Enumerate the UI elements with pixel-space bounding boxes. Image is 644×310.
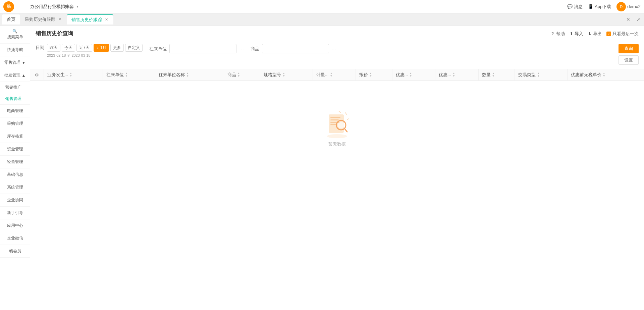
sidebar-item-purchase[interactable]: 采购管理	[0, 117, 30, 130]
sidebar-item-basic-info[interactable]: 基础信息	[0, 168, 30, 181]
col-trade-type[interactable]: 交易类型 ▲▼	[515, 69, 567, 81]
tab-sales-history-label: 销售历史价跟踪	[71, 17, 102, 23]
product-dots[interactable]: ...	[332, 46, 336, 52]
help-btn[interactable]: ？ 帮助	[550, 31, 565, 37]
sidebar-item-app-center[interactable]: 应用中心	[0, 219, 30, 232]
date-label: 日期	[36, 45, 44, 51]
col-counterparty-name[interactable]: 往来单位名称 ▲▼	[155, 69, 224, 81]
tab-home[interactable]: 首页	[2, 14, 20, 24]
tab-maximize-btn[interactable]: ⤢	[635, 16, 642, 23]
col-discount2[interactable]: 优惠... ▲▼	[435, 69, 479, 81]
col-discount1[interactable]: 优惠... ▲▼	[392, 69, 435, 81]
product-input[interactable]	[262, 44, 329, 53]
tab-purchase-history-close[interactable]: ✕	[57, 17, 62, 22]
sort-icon: ▲▼	[410, 72, 412, 78]
retail-arrow-icon: ▼	[22, 60, 26, 65]
avatar: D	[616, 2, 626, 11]
col-business-date[interactable]: 业务发生... ▲▼	[44, 69, 103, 81]
user-area[interactable]: D demo2	[616, 2, 641, 11]
sidebar-label-ops: 经营管理	[7, 159, 23, 165]
table-container: ⚙ 业务发生... ▲▼ 往来单位 ▲▼	[30, 69, 644, 310]
svg-line-9	[339, 111, 340, 113]
sidebar-label-quick-nav: 快捷导航	[7, 47, 23, 53]
import-label: 导入	[575, 31, 583, 37]
logo-area: 畅	[3, 1, 30, 12]
logo-icon: 畅	[3, 1, 14, 12]
col-unit[interactable]: 计量... ▲▼	[313, 69, 356, 81]
checkbox-icon: ✓	[606, 32, 611, 36]
sidebar-item-inventory[interactable]: 库存核算	[0, 130, 30, 143]
sidebar-label-purchase: 采购管理	[7, 121, 23, 126]
col-counterparty-code[interactable]: 往来单位 ▲▼	[103, 69, 155, 81]
sidebar-item-newbie[interactable]: 新手引导	[0, 207, 30, 219]
tab-close-all-btn[interactable]: ✕	[625, 16, 632, 23]
sidebar-item-vip-member[interactable]: 畅会员	[0, 245, 30, 258]
sidebar-item-ecommerce[interactable]: 电商管理	[0, 105, 30, 117]
tab-sales-history[interactable]: 销售历史价跟踪 ✕	[67, 14, 113, 24]
sidebar-label-enterprise-wechat: 企业微信	[7, 236, 23, 241]
date-btn-yesterday[interactable]: 昨天	[47, 44, 60, 52]
empty-text: 暂无数据	[328, 141, 346, 147]
only-last-checkbox[interactable]: ✓ 只看最后一次	[606, 31, 639, 37]
sidebar-label-basic-info: 基础信息	[7, 172, 23, 177]
col-quoted-price[interactable]: 报价 ▲▼	[356, 69, 392, 81]
date-btn-more[interactable]: 更多	[110, 44, 124, 52]
sort-icon: ▲▼	[69, 72, 72, 78]
settings-btn[interactable]: 设置	[619, 55, 639, 65]
sidebar-section-wholesale: 批发管理 ▲ 营销推广 销售管理	[0, 69, 30, 105]
app-name: 办公用品行业模拟账套	[30, 4, 74, 10]
date-btn-last1month[interactable]: 近1月	[94, 44, 109, 52]
counterparty-dots[interactable]: ...	[239, 46, 244, 52]
sidebar-item-quick-nav[interactable]: 快捷导航	[0, 44, 30, 56]
sidebar-item-ops[interactable]: 经营管理	[0, 156, 30, 168]
date-btn-custom[interactable]: 自定义	[125, 44, 143, 52]
col-quantity[interactable]: 数量 ▲▼	[478, 69, 515, 81]
page-title-row: 销售历史价查询 ？ 帮助 ⬆ 导入 ⬇ 导出 ✓	[36, 30, 639, 37]
wholesale-arrow-icon: ▲	[22, 73, 26, 78]
sidebar-item-sales-mgmt[interactable]: 销售管理	[0, 93, 30, 105]
col-pre-discount-price[interactable]: 优惠前无税单价 ▲▼	[567, 69, 644, 81]
page-header: 销售历史价查询 ？ 帮助 ⬆ 导入 ⬇ 导出 ✓	[30, 25, 644, 69]
sort-icon: ▲▼	[125, 72, 128, 78]
sidebar-label-wholesale: 批发管理	[4, 72, 20, 78]
col-settings[interactable]: ⚙	[30, 69, 44, 81]
page-actions: ？ 帮助 ⬆ 导入 ⬇ 导出 ✓ 只看最后一次	[550, 31, 639, 37]
counterparty-input[interactable]	[169, 44, 236, 53]
export-btn[interactable]: ⬇ 导出	[588, 31, 602, 37]
svg-point-7	[338, 122, 344, 128]
sidebar-wholesale-header[interactable]: 批发管理 ▲	[0, 69, 30, 82]
help-label: 帮助	[556, 31, 565, 37]
date-range-text: 2023-02-18 至 2023-03-18	[47, 53, 143, 58]
username: demo2	[627, 4, 641, 9]
sidebar-item-system[interactable]: 系统管理	[0, 181, 30, 194]
date-btn-today[interactable]: 今天	[62, 44, 75, 52]
sidebar-item-search-menu[interactable]: 🔍 搜索菜单	[0, 25, 30, 44]
col-spec[interactable]: 规格型号 ▲▼	[260, 69, 313, 81]
sidebar-item-enterprise-collab[interactable]: 企业协同	[0, 194, 30, 207]
tab-bar-right: ✕ ⤢	[625, 16, 642, 23]
dropdown-arrow-icon: ▼	[76, 5, 79, 8]
sidebar-item-marketing[interactable]: 营销推广	[0, 82, 30, 93]
date-btn-last7days[interactable]: 近7天	[76, 44, 92, 52]
sidebar-item-enterprise-wechat[interactable]: 企业微信	[0, 232, 30, 245]
sidebar-retail-header[interactable]: 零售管理 ▼	[0, 56, 30, 69]
sort-icon: ▲▼	[330, 72, 332, 78]
tab-purchase-history[interactable]: 采购历史价跟踪 ✕	[20, 14, 67, 24]
sidebar-label-retail: 零售管理	[4, 60, 20, 65]
svg-point-0	[327, 134, 347, 138]
import-btn[interactable]: ⬆ 导入	[570, 31, 583, 37]
date-buttons: 昨天 今天 近7天 近1月 更多 自定义	[47, 44, 143, 52]
app-selector[interactable]: 办公用品行业模拟账套 ▼	[30, 4, 567, 10]
data-table: ⚙ 业务发生... ▲▼ 往来单位 ▲▼	[30, 69, 644, 81]
export-label: 导出	[593, 31, 602, 37]
tab-home-label: 首页	[7, 16, 15, 22]
sidebar-label-sales-mgmt: 销售管理	[5, 96, 21, 101]
table-header-row: ⚙ 业务发生... ▲▼ 往来单位 ▲▼	[30, 69, 644, 81]
col-product[interactable]: 商品 ▲▼	[224, 69, 260, 81]
query-btn[interactable]: 查询	[619, 44, 639, 53]
app-download-btn[interactable]: 📱 App下载	[588, 4, 611, 10]
sidebar-item-finance[interactable]: 资金管理	[0, 143, 30, 156]
tab-sales-history-close[interactable]: ✕	[104, 17, 109, 22]
sort-icon: ▲▼	[186, 72, 189, 78]
message-btn[interactable]: 💬 消息	[567, 4, 583, 10]
